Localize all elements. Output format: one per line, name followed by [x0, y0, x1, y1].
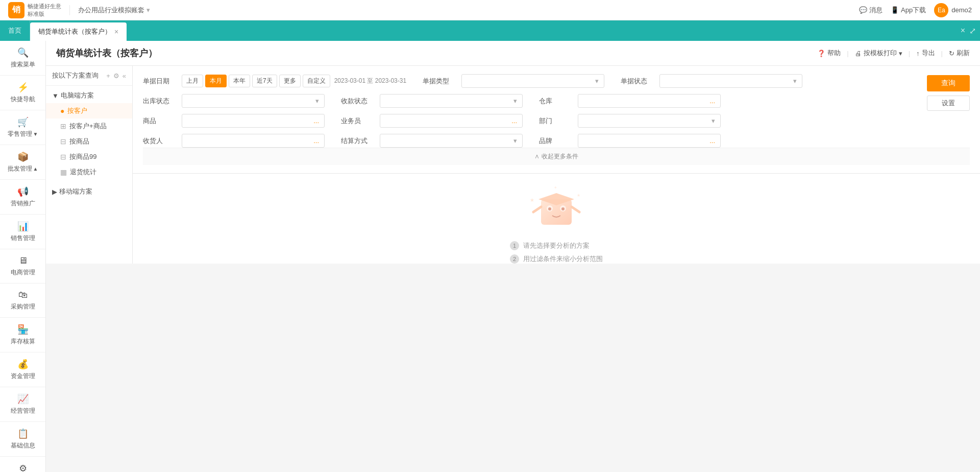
product-icon: ⊟ [60, 137, 66, 146]
sidebar-item-search[interactable]: 🔍 搜索菜单 [0, 41, 45, 76]
sidebar-item-inventory[interactable]: 🏪 库存核算 [0, 318, 45, 352]
sidebar-sales-label: 销售管理 [11, 234, 35, 243]
sidebar-item-quicknav[interactable]: ⚡ 快捷导航 [0, 76, 45, 110]
active-tab-label: 销货单统计表（按客户） [38, 27, 111, 36]
settlement-select[interactable]: ▾ [380, 134, 523, 148]
scheme-item-customer-product-label: 按客户+商品 [69, 122, 107, 131]
scheme-header-title: 按以下方案查询 [52, 71, 99, 80]
user-area[interactable]: Ea demo2 [934, 3, 972, 17]
sidebar-item-purchase[interactable]: 🛍 采购管理 [0, 284, 45, 318]
brand-input[interactable]: ... [578, 134, 721, 148]
ecommerce-icon: 🖥 [18, 255, 28, 266]
svg-text:✦: ✦ [554, 185, 557, 190]
download-btn[interactable]: 📱 App下载 [891, 6, 926, 15]
scheme-mobile-group-title[interactable]: ▶ 移动端方案 [46, 184, 132, 199]
retail-icon: 🛒 [17, 116, 29, 128]
scheme-panel: 按以下方案查询 + ⚙ « ▼ 电脑端方案 ● 按客户 [46, 66, 133, 264]
sidebar-item-marketing[interactable]: 📢 营销推广 [0, 180, 45, 215]
date-btn-thisyear[interactable]: 本年 [229, 75, 250, 87]
scheme-add-btn[interactable]: + [106, 72, 110, 80]
date-btn-7days[interactable]: 近7天 [252, 75, 277, 87]
tip-text-1: 请先选择要分析的方案 [523, 241, 590, 250]
export-btn[interactable]: ↑ 导出 [916, 49, 935, 58]
sidebar-item-ecommerce[interactable]: 🖥 电商管理 [0, 249, 45, 284]
print-btn[interactable]: 🖨 按模板打印 ▾ [855, 49, 902, 58]
date-range: 2023-03-01 至 2023-03-31 [334, 77, 406, 85]
customer-product-icon: ⊞ [60, 122, 66, 130]
sidebar-item-operations[interactable]: 📈 经营管理 [0, 387, 45, 422]
tabbar-maximize-btn[interactable]: ⤢ [969, 26, 976, 36]
recipient-ellipsis[interactable]: ... [313, 137, 319, 145]
warehouse-input[interactable]: ... [578, 94, 721, 108]
home-tab-label: 首页 [8, 26, 21, 35]
scheme-item-customer[interactable]: ● 按客户 [46, 103, 132, 119]
setting-btn[interactable]: 设置 [927, 96, 970, 111]
product-ellipsis[interactable]: ... [313, 117, 319, 125]
sidebar-marketing-label: 营销推广 [11, 199, 35, 208]
collapse-btn[interactable]: ∧ 收起更多条件 [143, 148, 970, 165]
date-btn-more[interactable]: 更多 [279, 75, 301, 87]
message-btn[interactable]: 💬 消息 [859, 6, 883, 15]
salesperson-label: 业务员 [341, 116, 372, 126]
basic-icon: 📋 [17, 428, 29, 439]
sidebar-item-system[interactable]: ⚙ 系统管理 [0, 457, 45, 472]
scheme-item-product99[interactable]: ⊟ 按商品99 [46, 149, 132, 164]
scheme-header: 按以下方案查询 + ⚙ « [46, 66, 132, 86]
help-btn[interactable]: ❓ 帮助 [817, 49, 841, 58]
order-status-select[interactable]: ▾ [659, 74, 802, 88]
date-btn-custom[interactable]: 自定义 [303, 75, 330, 87]
message-label: 消息 [869, 6, 883, 15]
sidebar-item-finance[interactable]: 💰 资金管理 [0, 352, 45, 387]
scheme-item-customer-product[interactable]: ⊞ 按客户+商品 [46, 119, 132, 134]
svg-text:★: ★ [530, 197, 534, 203]
scheme-pc-group-title[interactable]: ▼ 电脑端方案 [46, 88, 132, 103]
salesperson-input[interactable]: ... [380, 114, 523, 128]
empty-tip-1: 1 请先选择要分析的方案 [510, 241, 603, 250]
page-actions: ❓ 帮助 | 🖨 按模板打印 ▾ | ↑ 导出 | ↻ 刷新 [817, 49, 970, 58]
collapse-label: 收起更多条件 [542, 153, 578, 160]
delivery-select[interactable]: ▾ [182, 94, 325, 108]
department-select[interactable]: ▾ [578, 114, 721, 128]
content-area: 销货单统计表（按客户） ❓ 帮助 | 🖨 按模板打印 ▾ | ↑ 导出 | [46, 41, 980, 472]
scheme-item-returns[interactable]: ▦ 退货统计 [46, 164, 132, 180]
tip-text-2: 用过滤条件来缩小分析范围 [523, 254, 603, 264]
department-arrow: ▾ [712, 117, 715, 125]
scheme-settings-btn[interactable]: ⚙ [113, 72, 119, 80]
sidebar-item-retail[interactable]: 🛒 零售管理 ▼ [0, 110, 45, 145]
tabbar-close-btn[interactable]: × [961, 26, 965, 35]
sidebar-ecommerce-label: 电商管理 [11, 268, 35, 277]
empty-tip-2: 2 用过滤条件来缩小分析范围 [510, 254, 603, 264]
refresh-btn[interactable]: ↻ 刷新 [949, 49, 970, 58]
product-input[interactable]: ... [182, 114, 325, 128]
sidebar-item-wholesale[interactable]: 📦 批发管理 ▲ [0, 145, 45, 180]
sidebar-item-sales[interactable]: 📊 销售管理 [0, 215, 45, 249]
salesperson-ellipsis[interactable]: ... [511, 117, 517, 125]
industry-selector[interactable]: 办公用品行业模拟账套 ▾ [78, 6, 150, 15]
dropdown-icon: ▾ [146, 6, 150, 14]
retail-arrow-icon: ▼ [33, 131, 38, 137]
scheme-item-product[interactable]: ⊟ 按商品 [46, 134, 132, 149]
recipient-input[interactable]: ... [182, 134, 325, 148]
refresh-icon: ↻ [949, 50, 954, 57]
sidebar-item-basic[interactable]: 📋 基础信息 [0, 422, 45, 457]
finance-icon: 💰 [17, 359, 29, 370]
warehouse-ellipsis[interactable]: ... [709, 97, 715, 105]
wholesale-icon: 📦 [17, 151, 29, 162]
date-btn-thismonth[interactable]: 本月 [205, 75, 227, 87]
payment-select[interactable]: ▾ [380, 94, 523, 108]
sidebar-operations-label: 经营管理 [11, 407, 35, 415]
tab-active[interactable]: 销货单统计表（按客户） × [30, 22, 127, 41]
date-btn-lastmonth[interactable]: 上月 [182, 75, 203, 87]
product-label: 商品 [143, 116, 174, 126]
tab-close-btn[interactable]: × [114, 28, 118, 36]
scheme-pc-group: ▼ 电脑端方案 ● 按客户 ⊞ 按客户+商品 ⊟ 按商品 [46, 86, 132, 182]
sidebar-inventory-label: 库存核算 [11, 337, 35, 346]
svg-point-4 [561, 207, 565, 210]
query-btn[interactable]: 查询 [927, 75, 970, 91]
settlement-label: 结算方式 [341, 136, 372, 146]
brand-ellipsis[interactable]: ... [709, 137, 715, 145]
order-type-select[interactable]: ▾ [461, 74, 604, 88]
tab-home[interactable]: 首页 [0, 20, 30, 41]
settlement-arrow: ▾ [513, 137, 517, 145]
scheme-collapse-btn[interactable]: « [122, 72, 126, 80]
